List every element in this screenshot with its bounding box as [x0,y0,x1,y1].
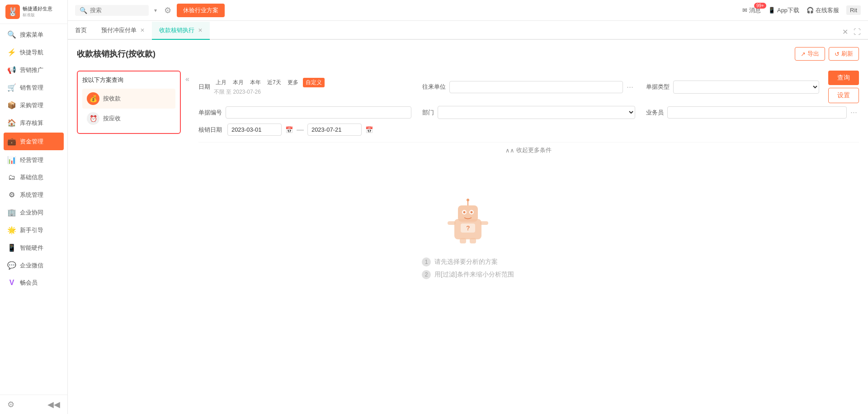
action-buttons: 查询 设置 [828,71,859,103]
search-icon: 🔍 [80,7,87,14]
svg-point-5 [471,211,473,214]
shortcut-icon: ⚡ [7,48,16,57]
tab-home-label: 首页 [75,26,87,34]
close-tab-icon[interactable]: ✕ [840,27,850,37]
sidebar-item-system[interactable]: ⚙ 系统管理 [0,186,67,204]
collapse-left-panel-icon[interactable]: « [184,73,191,85]
sidebar-item-label: 企业微信 [20,262,43,270]
sidebar-item-member[interactable]: V 畅会员 [0,274,67,291]
filter-doc-type-field: 单据类型 查询 设置 [646,71,859,103]
query-button[interactable]: 查询 [828,71,859,85]
sidebar-item-search[interactable]: 🔍 搜索菜单 [0,26,67,43]
doc-number-control [226,106,411,119]
date-btn-more[interactable]: 更多 [286,78,300,87]
collapse-sidebar-icon[interactable]: ◀◀ [47,400,60,409]
trading-partner-more-icon[interactable]: ··· [625,82,635,92]
messages-button[interactable]: ✉ 消息 99+ [742,6,761,14]
date-btn-7-days[interactable]: 近7天 [265,78,283,87]
writeoff-date-end-input[interactable] [307,124,362,136]
export-button[interactable]: ↗ 导出 [795,47,825,61]
filter-option-by-receipt[interactable]: 💰 按收款 [82,89,175,109]
date-btn-this-month[interactable]: 本月 [231,78,245,87]
sidebar-item-purchase[interactable]: 📦 采购管理 [0,96,67,114]
sidebar-item-sales[interactable]: 🛒 销售管理 [0,79,67,96]
dropdown-chevron-icon[interactable]: ▾ [154,7,157,14]
phone-icon: 📱 [768,7,775,14]
writeoff-date-label: 核销日期 [198,126,224,134]
filter-option-receivable-label: 按应收 [103,114,121,123]
sidebar-item-label: 企业协同 [20,209,43,217]
svg-rect-11 [470,238,476,243]
main-area: 🔍 ▾ ⚙ 休验行业方案 ✉ 消息 99+ 📱 App下载 🎧 在线客服 Rit [68,0,868,414]
date-label: 日期 [198,83,210,91]
tab-prepay-close-icon[interactable]: ✕ [140,27,145,33]
date-btn-this-year[interactable]: 本年 [248,78,263,87]
tab-prepay[interactable]: 预付冲应付单 ✕ [94,22,152,40]
tab-receipt-label: 收款核销执行 [159,26,194,34]
tab-receipt[interactable]: 收款核销执行 ✕ [152,22,210,40]
sidebar-item-label: 新手引导 [20,226,43,234]
trading-partner-label: 往来单位 [422,83,446,91]
svg-text:?: ? [466,224,470,232]
refresh-icon: ↺ [835,51,840,57]
filter-option-by-receivable[interactable]: ⏰ 按应收 [82,109,175,128]
date-btn-last-month[interactable]: 上月 [214,78,228,87]
system-icon: ⚙ [7,190,16,199]
doc-type-label: 单据类型 [646,83,670,91]
department-select[interactable] [438,106,635,119]
sidebar-bottom: ⚙ ◀◀ [0,395,67,414]
trading-partner-input[interactable] [449,81,623,93]
tab-home[interactable]: 首页 [68,22,94,40]
search-input[interactable] [90,7,144,14]
receivable-icon: ⏰ [87,112,99,125]
sidebar-item-label: 智能硬件 [20,244,43,252]
calendar-end-icon[interactable]: 📅 [365,126,373,133]
sales-icon: 🛒 [7,83,16,92]
empty-tip-2-text: 用[过滤]条件来缩小分析范围 [434,271,514,279]
solution-button[interactable]: 休验行业方案 [177,4,225,17]
sidebar-item-finance[interactable]: 💼 资金管理 [4,133,64,150]
tab-receipt-close-icon[interactable]: ✕ [198,27,203,33]
filter-salesperson-field: 业务员 ··· [646,106,859,119]
sidebar-item-inventory[interactable]: 🏠 库存核算 [0,114,67,132]
salesperson-more-icon[interactable]: ··· [849,108,859,117]
writeoff-date-start-input[interactable] [227,124,282,136]
salesperson-control: ··· [667,106,859,119]
doc-type-select[interactable] [673,81,819,94]
gear-icon[interactable]: ⚙ [164,5,171,15]
member-icon: V [7,279,16,287]
sidebar-item-marketing[interactable]: 📢 营销推广 [0,61,67,79]
wechat-icon: 💬 [7,261,16,270]
app-download-button[interactable]: 📱 App下载 [768,6,799,14]
sidebar-item-guide[interactable]: 🌟 新手引导 [0,221,67,239]
refresh-button[interactable]: ↺ 刷新 [829,47,859,61]
expand-tab-icon[interactable]: ⛶ [852,27,863,37]
page-title: 收款核销执行(按收款) [77,48,156,59]
online-service-button[interactable]: 🎧 在线客服 [807,6,839,14]
sidebar-item-operations[interactable]: 📊 经营管理 [0,151,67,169]
svg-rect-9 [480,221,488,225]
enterprise-icon: 🏢 [7,208,16,217]
sidebar-item-hardware[interactable]: 📱 智能硬件 [0,239,67,257]
page-actions: ↗ 导出 ↺ 刷新 [795,47,859,61]
calendar-start-icon[interactable]: 📅 [285,126,293,133]
username-display: Rit [846,5,861,15]
service-icon: 🎧 [807,7,814,14]
empty-tip-2: 2 用[过滤]条件来缩小分析范围 [422,270,514,279]
app-badge: 标准版 [23,12,52,18]
settings-icon[interactable]: ⚙ [7,400,14,409]
doc-number-input[interactable] [226,106,411,119]
sidebar-item-enterprise[interactable]: 🏢 企业协同 [0,204,67,221]
date-shortcuts: 上月 本月 本年 近7天 更多 自定义 [214,78,325,87]
salesperson-input[interactable] [667,106,847,119]
settings-button[interactable]: 设置 [828,88,859,103]
sidebar-item-shortcut[interactable]: ⚡ 快捷导航 [0,43,67,61]
sidebar-item-label: 营销推广 [20,66,43,74]
date-btn-custom[interactable]: 自定义 [303,78,325,87]
filter-main: 日期 上月 本月 本年 近7天 更多 自定义 [198,71,859,158]
collapse-more-row[interactable]: ∧∧ 收起更多条件 [198,142,859,158]
tip-number-1: 1 [422,257,431,266]
sidebar-item-wechat[interactable]: 💬 企业微信 [0,257,67,274]
sidebar-item-label: 系统管理 [20,191,43,199]
sidebar-item-basic[interactable]: 🗂 基础信息 [0,169,67,186]
